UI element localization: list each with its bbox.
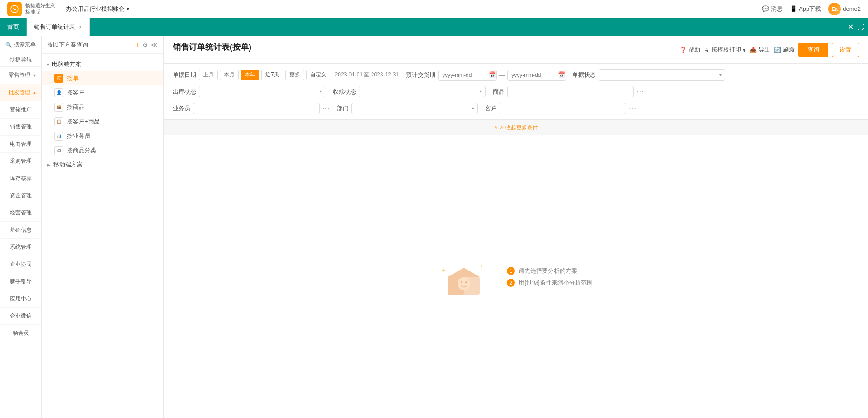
tree-item-按商品[interactable]: 📦 按商品 bbox=[42, 100, 163, 114]
sidebar-item-newbie[interactable]: 新手引导 bbox=[0, 273, 41, 290]
sidebar-item-marketing[interactable]: 营销推广 bbox=[0, 101, 41, 119]
date-from-wrapper: 📅 bbox=[438, 70, 496, 81]
chevron-down-icon: ▾ bbox=[127, 5, 130, 12]
settings-scheme-icon[interactable]: ⚙ bbox=[142, 41, 148, 48]
delivery-status-select[interactable] bbox=[199, 86, 326, 97]
tree-item-按业务员[interactable]: 📊 按业务员 bbox=[42, 129, 163, 143]
customer-group: 客户 ··· bbox=[485, 103, 636, 114]
top-bar-left: 畅捷通好生意 标准版 办公用品行业模拟账套 ▾ bbox=[7, 2, 130, 16]
delivery-status-group: 出库状态 bbox=[173, 86, 326, 97]
sidebar-item-operations[interactable]: 经营管理 bbox=[0, 204, 41, 222]
svg-text:✦: ✦ bbox=[480, 264, 483, 269]
close-window-icon[interactable]: ✕ bbox=[848, 23, 854, 31]
sidebar: 🔍 搜索菜单 快捷导航 零售管理 ▾ 批发管理 ▴ 营销推广 销售管理 电商管理… bbox=[0, 36, 42, 418]
hint-num-1: 1 bbox=[507, 267, 515, 275]
page-title: 销售订单统计表(按单) bbox=[173, 42, 251, 58]
message-button[interactable]: 💬 消息 bbox=[762, 5, 783, 13]
svg-point-5 bbox=[461, 281, 462, 283]
date-from-input[interactable] bbox=[438, 70, 497, 81]
salesperson-more-icon[interactable]: ··· bbox=[322, 104, 330, 113]
sidebar-item-purchase[interactable]: 采购管理 bbox=[0, 153, 41, 170]
payment-status-select-wrapper bbox=[359, 86, 486, 97]
refresh-button[interactable]: 🔄 刷新 bbox=[774, 43, 795, 57]
date-btn-this-year[interactable]: 本年 bbox=[241, 70, 259, 80]
goods-input[interactable] bbox=[507, 86, 634, 97]
tab-close-icon[interactable]: × bbox=[79, 24, 82, 30]
restore-window-icon[interactable]: ⛶ bbox=[857, 23, 864, 31]
add-scheme-icon[interactable]: + bbox=[136, 41, 140, 48]
query-button[interactable]: 查询 bbox=[798, 43, 828, 57]
help-button[interactable]: ❓ 帮助 bbox=[679, 43, 700, 57]
print-icon: 🖨 bbox=[704, 47, 710, 53]
action-btn-group: ❓ 帮助 🖨 按模板打印 ▾ 📤 导出 🔄 刷新 查询 设置 bbox=[679, 43, 859, 57]
mobile-section: ▶ 移动端方案 bbox=[42, 158, 163, 171]
sidebar-item-member[interactable]: 畅会员 bbox=[0, 325, 41, 342]
right-content: 销售订单统计表(按单) ❓ 帮助 🖨 按模板打印 ▾ 📤 导出 🔄 刷新 bbox=[164, 36, 868, 418]
expected-delivery-group: 预计交货期 📅 — 📅 bbox=[406, 70, 565, 81]
department-group: 部门 bbox=[337, 103, 478, 114]
salesperson-label: 业务员 bbox=[173, 104, 190, 113]
pc-section: ▾ 电脑端方案 按 按单 👤 按客户 📦 按商品 📋 按客户+商品 bbox=[42, 57, 163, 158]
date-to-input[interactable] bbox=[507, 70, 566, 81]
collapse-panel-icon[interactable]: ≪ bbox=[151, 41, 158, 48]
mobile-section-header[interactable]: ▶ 移动端方案 bbox=[42, 158, 163, 171]
customer-more-icon[interactable]: ··· bbox=[629, 104, 636, 113]
sidebar-item-wechat[interactable]: 企业微信 bbox=[0, 308, 41, 325]
tab-sales-order-stats[interactable]: 销售订单统计表 × bbox=[27, 18, 90, 36]
sidebar-item-sales[interactable]: 销售管理 bbox=[0, 119, 41, 136]
sidebar-item-app-center[interactable]: 应用中心 bbox=[0, 290, 41, 308]
sidebar-item-ecommerce[interactable]: 电商管理 bbox=[0, 136, 41, 153]
tree-item-按客户[interactable]: 👤 按客户 bbox=[42, 86, 163, 100]
tree-item-按单[interactable]: 按 按单 bbox=[42, 71, 163, 86]
workspace-selector[interactable]: 办公用品行业模拟账套 ▾ bbox=[66, 5, 130, 13]
sidebar-item-inventory[interactable]: 库存核算 bbox=[0, 170, 41, 187]
tree-item-按商品分类[interactable]: 🏷 按商品分类 bbox=[42, 143, 163, 158]
svg-text:✦: ✦ bbox=[441, 267, 446, 274]
logo-text: 畅捷通好生意 标准版 bbox=[25, 3, 55, 14]
pc-section-label: 电脑端方案 bbox=[52, 60, 81, 68]
date-btn-custom[interactable]: 自定义 bbox=[306, 70, 330, 80]
doc-status-select[interactable] bbox=[599, 69, 725, 81]
user-profile[interactable]: Ea demo2 bbox=[828, 3, 861, 15]
quick-nav-button[interactable]: 快捷导航 bbox=[0, 53, 41, 67]
svg-point-6 bbox=[465, 281, 467, 283]
print-button[interactable]: 🖨 按模板打印 ▾ bbox=[704, 43, 746, 57]
sidebar-item-finance[interactable]: 资金管理 bbox=[0, 187, 41, 204]
pc-section-header[interactable]: ▾ 电脑端方案 bbox=[42, 57, 163, 71]
goods-group: 商品 ··· bbox=[493, 86, 644, 97]
salesperson-input[interactable] bbox=[193, 103, 320, 114]
left-panel: 按以下方案查询 + ⚙ ≪ ▾ 电脑端方案 按 按单 👤 按客户 bbox=[42, 36, 164, 418]
scheme-icon-按单: 按 bbox=[54, 74, 63, 83]
salesperson-group: 业务员 ··· bbox=[173, 103, 330, 114]
sidebar-item-system[interactable]: 系统管理 bbox=[0, 239, 41, 256]
goods-more-icon[interactable]: ··· bbox=[637, 88, 644, 96]
department-select[interactable] bbox=[351, 103, 478, 114]
customer-input[interactable] bbox=[500, 103, 626, 114]
collapse-bar[interactable]: ∧ ∧ 收起更多条件 bbox=[164, 120, 868, 135]
scheme-icon-按商品: 📦 bbox=[54, 103, 63, 112]
doc-status-group: 单据状态 bbox=[572, 69, 725, 81]
chevron-right-icon: ▾ bbox=[33, 73, 36, 78]
date-btn-this-month[interactable]: 本月 bbox=[220, 70, 239, 80]
tab-home[interactable]: 首页 bbox=[0, 18, 27, 36]
delivery-status-label: 出库状态 bbox=[173, 88, 196, 96]
filter-row-1: 单据日期 上月 本月 本年 近7天 更多 自定义 2023-01-01 至 20… bbox=[173, 69, 859, 81]
hint-item-1: 1 请先选择要分析的方案 bbox=[507, 267, 592, 275]
sidebar-item-basic[interactable]: 基础信息 bbox=[0, 222, 41, 239]
empty-hints: 1 请先选择要分析的方案 2 用[过滤]条件来缩小分析范围 bbox=[507, 267, 592, 287]
date-btn-more[interactable]: 更多 bbox=[285, 70, 304, 80]
date-btn-last-month[interactable]: 上月 bbox=[199, 70, 218, 80]
sidebar-item-enterprise[interactable]: 企业协同 bbox=[0, 256, 41, 273]
tab-bar-controls: ✕ ⛶ bbox=[848, 23, 868, 31]
app-download-button[interactable]: 📱 App下载 bbox=[790, 5, 821, 13]
filter-row-3: 业务员 ··· 部门 客户 ··· bbox=[173, 103, 859, 114]
tree-item-按客户加商品[interactable]: 📋 按客户+商品 bbox=[42, 114, 163, 129]
sidebar-item-wholesale[interactable]: 批发管理 ▴ bbox=[0, 84, 41, 101]
date-btn-last-7-days[interactable]: 近7天 bbox=[261, 70, 283, 80]
date-to-wrapper: 📅 bbox=[507, 70, 565, 81]
sidebar-item-retail[interactable]: 零售管理 ▾ bbox=[0, 67, 41, 84]
export-button[interactable]: 📤 导出 bbox=[750, 43, 770, 57]
search-menu-button[interactable]: 🔍 搜索菜单 bbox=[0, 36, 41, 53]
settings-button[interactable]: 设置 bbox=[832, 43, 859, 57]
payment-status-select[interactable] bbox=[359, 86, 486, 97]
